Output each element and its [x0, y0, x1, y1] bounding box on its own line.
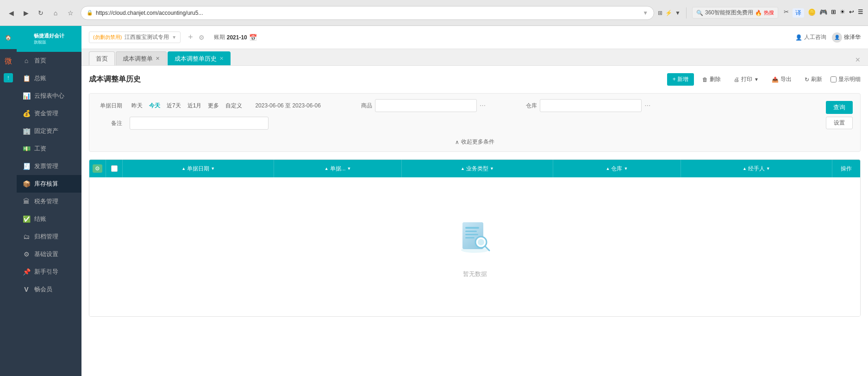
sidebar-item-inventory[interactable]: 📦 库存核算 — [17, 175, 81, 193]
sidebar-item-ledger[interactable]: 📋 总账 — [17, 69, 81, 87]
funds-icon: 💰 — [22, 110, 31, 117]
warehouse-input[interactable] — [540, 99, 642, 112]
search-text[interactable]: 360智能抠图免费用 — [705, 9, 753, 17]
forward-button[interactable]: ▶ — [19, 6, 32, 19]
refresh-button[interactable]: ↻ — [34, 6, 47, 19]
close-all-tabs-btn[interactable]: ✕ — [855, 56, 861, 63]
icon-bar-item-1[interactable]: 🏠 — [0, 26, 17, 49]
sidebar-item-reports[interactable]: 📊 云报表中心 — [17, 87, 81, 105]
undo-tool[interactable]: ↩ — [849, 8, 854, 18]
tab-home[interactable]: 首页 — [89, 51, 115, 65]
warehouse-more-btn[interactable]: ··· — [644, 101, 650, 110]
refresh-btn[interactable]: ↻ 刷新 — [800, 74, 827, 85]
shortcut-yesterday[interactable]: 昨天 — [130, 101, 144, 111]
period-value: 2021-10 — [227, 34, 247, 41]
settings-icon-top[interactable]: ⚙ — [199, 34, 205, 41]
page-area: 成本调整单历史 + 新增 🗑 删除 🖨 打印 ▼ 📤 导出 — [81, 66, 868, 376]
print-btn[interactable]: 🖨 打印 ▼ — [729, 74, 763, 85]
th-number[interactable]: ▲ 单据... ▼ — [274, 160, 402, 177]
setting-button[interactable]: 设置 — [826, 117, 853, 129]
sidebar-item-archive[interactable]: 🗂 归档管理 — [17, 228, 81, 245]
shortcut-1month[interactable]: 近1月 — [186, 101, 204, 111]
bookmark-button[interactable]: ☆ — [64, 6, 77, 19]
company-warning-text: (勿删勿禁用) — [93, 34, 122, 41]
app-icon: 🏠 — [5, 35, 12, 41]
export-btn[interactable]: 📤 导出 — [767, 74, 796, 85]
sidebar-item-close[interactable]: ✅ 结账 — [17, 210, 81, 228]
th-checkbox[interactable] — [106, 160, 123, 177]
goods-more-btn[interactable]: ··· — [480, 101, 486, 110]
browser-lightning-icon[interactable]: ⚡ — [665, 10, 672, 16]
icon-bar-item-3[interactable]: ! — [0, 69, 17, 86]
game-tool[interactable]: 🎮 — [819, 8, 827, 18]
shortcut-custom[interactable]: 自定义 — [224, 101, 244, 111]
add-company-btn[interactable]: + — [188, 32, 193, 42]
back-button[interactable]: ◀ — [5, 6, 18, 19]
service-button[interactable]: 👤 人工咨询 — [795, 33, 826, 41]
display-cols-checkbox[interactable] — [831, 76, 837, 82]
table-header: ⚙ ▲ 单据日期 ▼ ▲ 单据... ▼ — [89, 160, 860, 177]
sidebar-item-vip[interactable]: V 畅会员 — [17, 281, 81, 298]
tab-cost-adjustment-history[interactable]: 成本调整单历史 ✕ — [168, 51, 231, 65]
notes-input[interactable] — [130, 117, 269, 130]
settings-icon: ⚙ — [22, 251, 31, 258]
th-settings[interactable]: ⚙ — [89, 160, 106, 177]
sun-tool[interactable]: ☀ — [840, 8, 845, 18]
shortcut-more[interactable]: 更多 — [206, 101, 221, 111]
sidebar-item-home[interactable]: ⌂ 首页 — [17, 52, 81, 69]
shortcut-7days[interactable]: 近7天 — [165, 101, 183, 111]
th-handler[interactable]: ▲ 经手人 ▼ — [681, 160, 832, 177]
sidebar-item-settings[interactable]: ⚙ 基础设置 — [17, 245, 81, 263]
export-label: 导出 — [781, 75, 792, 83]
select-all-checkbox[interactable] — [111, 165, 118, 172]
translate-tool[interactable]: 译 — [793, 8, 804, 18]
sidebar-item-funds[interactable]: 💰 资金管理 — [17, 105, 81, 122]
browser-apps-icon[interactable]: ⊞ — [658, 10, 662, 16]
tab-history-close[interactable]: ✕ — [219, 56, 224, 62]
tab-cost-adjustment-close[interactable]: ✕ — [156, 56, 160, 62]
sidebar-item-assets[interactable]: 🏢 固定资产 — [17, 122, 81, 140]
shortcut-today[interactable]: 今天 — [147, 101, 162, 111]
sidebar-item-guide[interactable]: 📌 新手引导 — [17, 263, 81, 281]
sidebar-item-invoice[interactable]: 🧾 发票管理 — [17, 157, 81, 175]
company-selector[interactable]: (勿删勿禁用) 江西服宝测试专用 ▼ — [89, 31, 181, 43]
service-label: 人工咨询 — [804, 33, 826, 41]
th-type[interactable]: ▲ 业务类型 ▼ — [402, 160, 553, 177]
coin-tool[interactable]: 🪙 — [808, 8, 816, 18]
address-bar[interactable]: 🔒 https://cloud.chanjet.com/accounting/u… — [81, 6, 654, 20]
user-info[interactable]: 👤 徐泽华 — [832, 32, 861, 43]
empty-state: 暂无数据 — [445, 178, 505, 315]
weibo-icon: 微 — [5, 56, 12, 66]
filter-row-2: 备注 — [97, 117, 818, 130]
scissors-tool[interactable]: ✂ — [784, 8, 789, 18]
sort-down-icon: ▼ — [211, 166, 215, 171]
browser-chrome: ◀ ▶ ↻ ⌂ ☆ 🔒 https://cloud.chanjet.com/ac… — [0, 0, 868, 26]
goods-filter-label: 商品 — [347, 102, 372, 110]
query-button[interactable]: 查询 — [826, 101, 853, 114]
table-body: 暂无数据 — [89, 177, 860, 316]
goods-input[interactable] — [375, 99, 477, 112]
icon-bar-item-2[interactable]: 微 — [0, 53, 17, 69]
calendar-icon[interactable]: 📅 — [249, 34, 257, 41]
tab-cost-adjustment[interactable]: 成本调整单 ✕ — [116, 51, 167, 65]
sidebar-item-tax[interactable]: 🏛 税务管理 — [17, 193, 81, 210]
grid-tool[interactable]: ⊞ — [831, 8, 836, 18]
browser-dropdown-icon[interactable]: ▼ — [675, 10, 681, 16]
th-date[interactable]: ▲ 单据日期 ▼ — [123, 160, 274, 177]
th-warehouse[interactable]: ▲ 仓库 ▼ — [553, 160, 681, 177]
delete-btn[interactable]: 🗑 删除 — [698, 74, 725, 85]
th-actions-label: 操作 — [841, 165, 852, 173]
svg-rect-5 — [465, 234, 478, 235]
home-icon: ⌂ — [22, 57, 31, 64]
display-cols-checkbox-label[interactable]: 显示明细 — [831, 75, 861, 83]
collapse-btn[interactable]: ∧ 收起更多条件 — [455, 138, 494, 146]
tab-bar: 首页 成本调整单 ✕ 成本调整单历史 ✕ ✕ — [81, 49, 868, 66]
sidebar-item-payroll[interactable]: 💵 工资 — [17, 140, 81, 157]
home-button[interactable]: ⌂ — [49, 6, 62, 19]
menu-tool[interactable]: ☰ — [858, 8, 863, 18]
date-filter-label: 单据日期 — [97, 102, 122, 110]
new-btn[interactable]: + 新增 — [667, 73, 694, 86]
close-accounts-icon: ✅ — [22, 215, 31, 223]
page-header: 成本调整单历史 + 新增 🗑 删除 🖨 打印 ▼ 📤 导出 — [89, 73, 861, 86]
table-area: ⚙ ▲ 单据日期 ▼ ▲ 单据... ▼ — [89, 159, 861, 317]
